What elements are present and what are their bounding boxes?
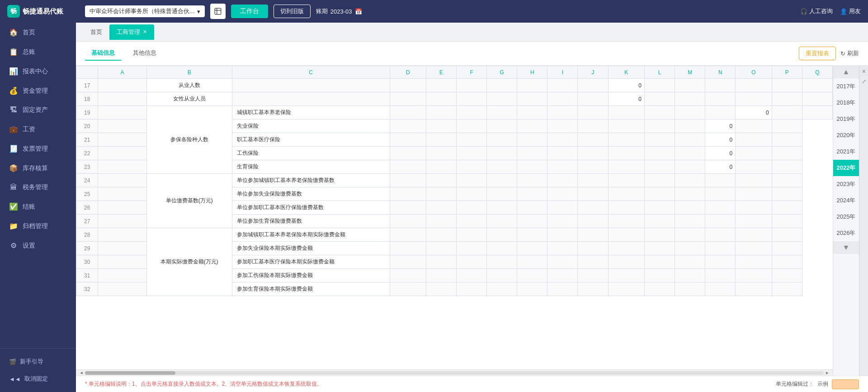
sidebar-item-salary[interactable]: 💼 工资 <box>0 120 76 139</box>
cell-17-o[interactable] <box>736 79 772 92</box>
cell-18-a[interactable] <box>98 92 146 106</box>
workspace-button[interactable]: 工作台 <box>231 5 268 18</box>
sidebar-item-ledger[interactable]: 📋 总账 <box>0 42 76 62</box>
cell-18-i[interactable] <box>547 92 578 106</box>
cell-29-c[interactable]: 参加失业保险本期实际缴费金额 <box>232 242 390 255</box>
cell-32-c[interactable]: 参加生育保险本期实际缴费金额 <box>232 282 390 296</box>
cell-27-c[interactable]: 单位参加生育保险缴费基数 <box>232 215 390 228</box>
cell-18-p[interactable] <box>772 92 802 106</box>
cell-17-l[interactable] <box>645 79 675 92</box>
panel-close-btn[interactable]: ✕ <box>860 67 868 76</box>
cell-28-a[interactable] <box>98 228 146 242</box>
year-down-btn[interactable]: ▼ <box>833 241 859 254</box>
reset-report-button[interactable]: 重置报表 <box>799 47 836 60</box>
cell-23-c[interactable]: 生育保险 <box>232 160 390 174</box>
cell-19-h[interactable] <box>517 106 547 120</box>
year-item-2024[interactable]: 2024年 <box>833 192 859 209</box>
company-info-icon[interactable] <box>210 4 226 19</box>
spreadsheet-wrapper[interactable]: A B C D E F G H I J <box>76 66 833 369</box>
scroll-thumb[interactable] <box>85 371 175 375</box>
tab-bizreg[interactable]: 工商管理 ✕ <box>109 24 154 40</box>
cell-17-e[interactable] <box>426 79 457 92</box>
sidebar-item-assets[interactable]: 🏗 固定资产 <box>0 100 76 120</box>
cell-18-h[interactable] <box>517 92 547 106</box>
scroll-track[interactable] <box>85 371 824 375</box>
new-guide-button[interactable]: 🎬 新手引导 <box>0 353 76 370</box>
cell-26-c[interactable]: 单位参加职工基本医疗保险缴费基数 <box>232 201 390 215</box>
cell-18-n[interactable] <box>705 92 736 106</box>
cell-23-o[interactable]: 0 <box>705 160 736 174</box>
sidebar-item-finance[interactable]: 💰 资金管理 <box>0 81 76 100</box>
cell-28-c[interactable]: 参加城镇职工基本养老保险本期实际缴费金额 <box>232 228 390 242</box>
year-item-2019[interactable]: 2019年 <box>833 111 859 127</box>
cell-30-c[interactable]: 参加职工基本医疗保险本期实际缴费金额 <box>232 255 390 269</box>
sub-tab-other[interactable]: 其他信息 <box>127 46 163 61</box>
sidebar-item-inventory[interactable]: 📦 库存核算 <box>0 158 76 178</box>
horizontal-scrollbar[interactable]: ◄ ► <box>76 369 833 376</box>
cell-17-k[interactable]: 0 <box>608 79 644 92</box>
cell-26-a[interactable] <box>98 201 146 215</box>
cell-18-c[interactable] <box>232 92 390 106</box>
cell-19-j[interactable] <box>578 106 608 120</box>
cell-29-a[interactable] <box>98 242 146 255</box>
cell-22-a[interactable] <box>98 147 146 160</box>
year-item-2021[interactable]: 2021年 <box>833 143 859 160</box>
year-item-2023[interactable]: 2023年 <box>833 176 859 192</box>
cell-17-p[interactable] <box>772 79 802 92</box>
year-item-2025[interactable]: 2025年 <box>833 209 859 225</box>
cell-18-o[interactable] <box>736 92 772 106</box>
cell-30-a[interactable] <box>98 255 146 269</box>
cell-24-c[interactable]: 单位参加城镇职工基本养老保险缴费基数 <box>232 174 390 187</box>
cell-20-c[interactable]: 失业保险 <box>232 120 390 133</box>
cell-18-j[interactable] <box>578 92 608 106</box>
tab-close-icon[interactable]: ✕ <box>143 29 147 34</box>
cell-19-o[interactable]: 0 <box>736 106 772 120</box>
refresh-button[interactable]: ↻ 刷新 <box>840 49 859 57</box>
switch-version-button[interactable]: 切到旧版 <box>274 5 311 18</box>
cell-18-q[interactable] <box>802 92 832 106</box>
cell-19-a[interactable] <box>98 106 146 120</box>
cell-22-o[interactable]: 0 <box>705 147 736 160</box>
cell-17-d[interactable] <box>390 79 426 92</box>
scroll-right-btn[interactable]: ► <box>824 369 831 376</box>
year-item-2020[interactable]: 2020年 <box>833 127 859 143</box>
cell-18-l[interactable] <box>645 92 675 106</box>
panel-expand-btn[interactable]: ⤢ <box>860 77 868 86</box>
ai-consult-button[interactable]: 🎧 人工咨询 <box>800 7 833 15</box>
cell-18-k[interactable]: 0 <box>608 92 644 106</box>
cell-19-q[interactable] <box>802 106 832 120</box>
cell-17-g[interactable] <box>487 79 517 92</box>
cell-17-c[interactable] <box>232 79 390 92</box>
cell-22-c[interactable]: 工伤保险 <box>232 147 390 160</box>
cell-32-a[interactable] <box>98 282 146 296</box>
year-item-2022[interactable]: 2022年 <box>833 160 859 176</box>
cell-19-c[interactable]: 城镇职工基本养老保险 <box>232 106 390 120</box>
cell-19-n[interactable] <box>705 106 736 120</box>
cell-18-m[interactable] <box>675 92 705 106</box>
cell-17-f[interactable] <box>457 79 487 92</box>
cell-19-d[interactable] <box>390 106 426 120</box>
cell-21-o[interactable]: 0 <box>705 133 736 147</box>
cell-20-o[interactable]: 0 <box>705 120 736 133</box>
cell-18-g[interactable] <box>487 92 517 106</box>
cell-19-f[interactable] <box>457 106 487 120</box>
cell-19-i[interactable] <box>547 106 578 120</box>
cell-17-b[interactable]: 从业人数 <box>146 79 232 92</box>
cell-18-f[interactable] <box>457 92 487 106</box>
cell-19-l[interactable] <box>645 106 675 120</box>
cell-31-c[interactable]: 参加工伤保险本期实际缴费金额 <box>232 269 390 282</box>
cell-21-a[interactable] <box>98 133 146 147</box>
user-menu[interactable]: 👤 用友 <box>840 7 861 15</box>
cell-17-h[interactable] <box>517 79 547 92</box>
year-item-2018[interactable]: 2018年 <box>833 95 859 111</box>
cell-19-e[interactable] <box>426 106 457 120</box>
cell-18-e[interactable] <box>426 92 457 106</box>
tab-home[interactable]: 首页 <box>83 24 109 40</box>
cell-18-b[interactable]: 女性从业人员 <box>146 92 232 106</box>
cell-17-j[interactable] <box>578 79 608 92</box>
cell-27-a[interactable] <box>98 215 146 228</box>
sidebar-item-report[interactable]: 📊 报表中心 <box>0 62 76 81</box>
calendar-icon[interactable]: 📅 <box>355 8 362 15</box>
cell-21-c[interactable]: 职工基本医疗保险 <box>232 133 390 147</box>
cell-17-n[interactable] <box>705 79 736 92</box>
